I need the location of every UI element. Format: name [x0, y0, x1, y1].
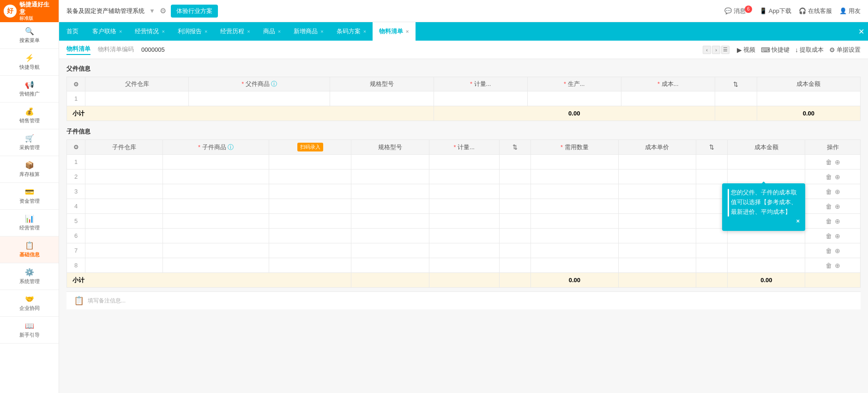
- single-settings-button[interactable]: ⚙ 单据设置: [829, 46, 861, 54]
- tab-operations[interactable]: 经营情况 ×: [128, 22, 171, 41]
- sidebar-item-basic-info[interactable]: 📋 基础信息: [0, 236, 59, 263]
- tab-history[interactable]: 经营历程 ×: [214, 22, 256, 41]
- sidebar-item-marketing[interactable]: 📢 营销推广: [0, 76, 59, 103]
- sidebar-item-enterprise[interactable]: 🤝 企业协同: [0, 290, 59, 317]
- trial-button[interactable]: 体验行业方案: [171, 5, 218, 18]
- gear-icon: ⚙️: [25, 268, 34, 277]
- tab-close-icon[interactable]: ×: [406, 29, 409, 34]
- delete-icon[interactable]: 🗑: [826, 158, 832, 166]
- parent-cell-goods[interactable]: [189, 91, 330, 106]
- child-col-qty: * 需用数量: [531, 140, 618, 155]
- child-col-warehouse: 子件仓库: [85, 140, 163, 155]
- prev-arrow-icon[interactable]: ‹: [703, 46, 711, 54]
- parent-cell-warehouse[interactable]: [85, 91, 189, 106]
- child-cell-warehouse-1[interactable]: [85, 155, 163, 169]
- sidebar-item-operations[interactable]: 📊 经营管理: [0, 210, 59, 236]
- tab-close-icon[interactable]: ×: [363, 29, 366, 34]
- online-service-button[interactable]: 🎧 在线客服: [799, 7, 832, 15]
- tab-barcode[interactable]: 条码方案 ×: [330, 22, 373, 41]
- copy-icon[interactable]: ⊕: [835, 232, 840, 240]
- delete-icon[interactable]: 🗑: [826, 218, 832, 225]
- extract-cost-button[interactable]: ↓ 提取成本: [795, 46, 824, 54]
- parent-cell-production[interactable]: [527, 91, 621, 106]
- tab-goods[interactable]: 商品 ×: [257, 22, 287, 41]
- next-arrow-icon[interactable]: ›: [712, 46, 720, 54]
- headset-icon: 🎧: [799, 7, 806, 14]
- tab-home[interactable]: 首页: [59, 22, 86, 41]
- copy-icon[interactable]: ⊕: [835, 247, 840, 254]
- parent-subtotal-empty: [715, 106, 757, 121]
- tab-new-goods[interactable]: 新增商品 ×: [287, 22, 330, 41]
- parent-table: ⚙ 父件仓库 * 父件商品 ⓘ 规格型号 * 计量... * 生产... * 成…: [66, 77, 861, 121]
- shortcut-button[interactable]: ⌨ 快捷键: [761, 46, 790, 54]
- child-col-scan[interactable]: 扫码录入: [269, 140, 351, 155]
- parent-subtotal-cost: 0.00: [434, 106, 715, 121]
- tab-profit[interactable]: 利润报告 ×: [171, 22, 214, 41]
- video-button[interactable]: ▶ 视频: [737, 46, 755, 54]
- sidebar-item-search[interactable]: 🔍 搜索菜单: [0, 22, 59, 49]
- copy-icon[interactable]: ⊕: [835, 188, 840, 195]
- parent-section-title: 父件信息: [66, 65, 861, 73]
- tab-end-controls: ✕: [858, 27, 868, 36]
- child-cell-qty-1[interactable]: [531, 155, 618, 169]
- parent-col-amount: 成本金额: [757, 77, 860, 91]
- copy-icon[interactable]: ⊕: [835, 218, 840, 225]
- system-name: 装备及固定资产辅助管理系统: [66, 7, 145, 15]
- app-download-button[interactable]: 📱 App下载: [760, 7, 791, 15]
- sub-tab-bom-list[interactable]: 物料清单: [66, 45, 90, 55]
- settings-icon[interactable]: ⚙: [160, 6, 166, 15]
- child-col-settings[interactable]: ⚙: [67, 140, 85, 155]
- sidebar-nav: 🔍 搜索菜单 ⚡ 快捷导航 📢 营销推广 💰 销售管理 🛒 采购管理 📦 库存核…: [0, 22, 59, 393]
- tab-close-icon[interactable]: ×: [162, 29, 164, 34]
- sidebar-item-sales[interactable]: 💰 销售管理: [0, 103, 59, 129]
- tooltip-text-content: 您的父件、子件的成本取值可以选择【参考成本、最新进价、平均成本】: [731, 188, 800, 217]
- child-cell-spec-1[interactable]: [351, 155, 429, 169]
- delete-icon[interactable]: 🗑: [826, 173, 832, 181]
- child-row-2: 2 🗑⊕: [67, 169, 861, 184]
- delete-icon[interactable]: 🗑: [826, 262, 832, 269]
- child-cell-price-1[interactable]: [618, 155, 696, 169]
- message-button[interactable]: 💬 消息 6: [724, 7, 752, 15]
- sidebar-item-guide[interactable]: 📖 新手引导: [0, 317, 59, 344]
- tab-close-icon[interactable]: ×: [205, 29, 207, 34]
- sidebar-item-quicknav[interactable]: ⚡ 快捷导航: [0, 49, 59, 76]
- delete-icon[interactable]: 🗑: [826, 188, 832, 195]
- tab-customer[interactable]: 客户联络 ×: [86, 22, 128, 41]
- parent-subtotal-amount: 0.00: [757, 106, 860, 121]
- menu-icon[interactable]: ☰: [721, 46, 729, 54]
- topbar-left: 装备及固定资产辅助管理系统 ▼ ⚙ 体验行业方案: [66, 5, 218, 18]
- delete-icon[interactable]: 🗑: [826, 247, 832, 254]
- logo-text: 畅捷通好生意 标准版: [19, 1, 55, 21]
- parent-cell-spec[interactable]: [330, 91, 434, 106]
- copy-icon[interactable]: ⊕: [835, 158, 840, 166]
- child-col-goods: * 子件商品 ⓘ: [163, 140, 269, 155]
- tab-close-icon[interactable]: ×: [320, 29, 323, 34]
- nav-tabs: 首页 客户联络 × 经营情况 × 利润报告 × 经营历程 × 商品 × 新增商品…: [59, 22, 868, 41]
- tab-close-all-icon[interactable]: ✕: [858, 27, 864, 36]
- tooltip-close-button[interactable]: ×: [796, 217, 800, 226]
- tab-close-icon[interactable]: ×: [278, 29, 281, 34]
- tab-close-icon[interactable]: ×: [119, 29, 122, 34]
- parent-cell-cost[interactable]: [621, 91, 715, 106]
- scan-input-button[interactable]: 扫码录入: [297, 143, 323, 151]
- user-menu[interactable]: 👤 用友: [839, 7, 861, 15]
- sidebar-item-purchase[interactable]: 🛒 采购管理: [0, 129, 59, 156]
- copy-icon[interactable]: ⊕: [835, 173, 840, 181]
- copy-icon[interactable]: ⊕: [835, 203, 840, 210]
- sidebar-item-finance[interactable]: 💳 资金管理: [0, 183, 59, 210]
- parent-col-settings[interactable]: ⚙: [67, 77, 85, 91]
- delete-icon[interactable]: 🗑: [826, 203, 832, 210]
- child-cell-goods-1[interactable]: [163, 155, 269, 169]
- sidebar-item-system[interactable]: ⚙️ 系统管理: [0, 263, 59, 290]
- tab-bom[interactable]: 物料清单 ×: [373, 22, 415, 41]
- notes-placeholder[interactable]: 填写备注信息...: [88, 297, 126, 305]
- logo-icon: 好: [4, 5, 17, 18]
- tab-close-icon[interactable]: ×: [247, 29, 250, 34]
- copy-icon[interactable]: ⊕: [835, 262, 840, 269]
- box-icon: 📦: [25, 161, 34, 169]
- parent-cell-unit[interactable]: [434, 91, 527, 106]
- child-cell-unit-1[interactable]: [429, 155, 499, 169]
- message-badge: 6: [745, 6, 752, 13]
- sidebar-item-inventory[interactable]: 📦 库存核算: [0, 156, 59, 183]
- delete-icon[interactable]: 🗑: [826, 232, 832, 240]
